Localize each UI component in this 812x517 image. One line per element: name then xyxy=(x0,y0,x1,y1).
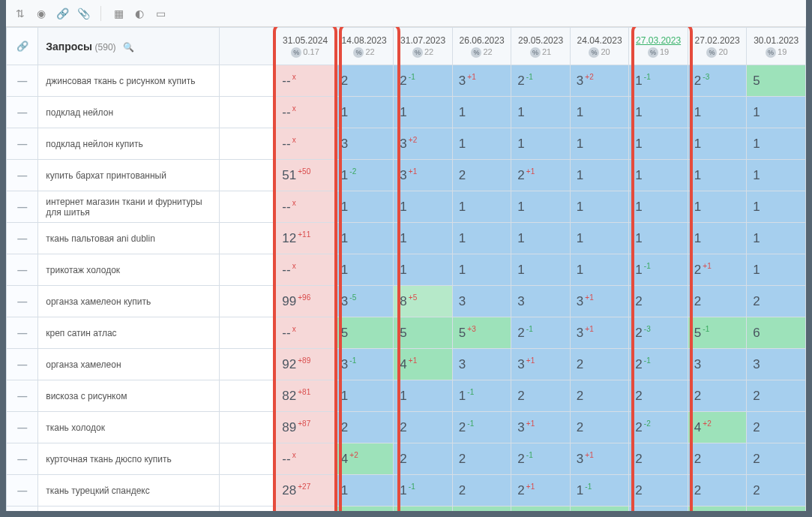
date-label: 30.01.2023 xyxy=(748,35,804,46)
rank-value: 1 xyxy=(459,231,466,246)
row-toggle[interactable]: — xyxy=(7,65,38,97)
rank-cell: 2 xyxy=(334,65,394,97)
rank-value: 5 xyxy=(694,326,701,341)
date-sub: %22 xyxy=(395,47,451,58)
rank-cell: 4 xyxy=(394,506,453,512)
date-sub: %21 xyxy=(513,47,568,58)
col-date-header[interactable]: 26.06.2023%22 xyxy=(452,28,511,65)
rank-cell: 2 xyxy=(334,412,394,443)
rank-value: 4 xyxy=(694,420,701,435)
query-cell[interactable]: вискоза с рисунком xyxy=(38,380,220,412)
rank-value: 2 xyxy=(753,483,760,498)
row-toggle[interactable]: — xyxy=(7,412,38,443)
col-date-header[interactable]: 31.05.2024%0.17 xyxy=(276,28,335,65)
rank-cell: 1 xyxy=(570,97,629,128)
col-date-header[interactable]: 14.08.2023%22 xyxy=(334,28,394,65)
rank-value: 1 xyxy=(635,263,642,278)
rank-value: 2 xyxy=(694,74,701,89)
row-toggle[interactable]: — xyxy=(7,254,38,286)
table-row: —джинсовая ткань с рисунком купить--x22-… xyxy=(7,65,806,97)
query-cell[interactable]: креп сатин атлас xyxy=(38,317,220,349)
rank-cell: 1 xyxy=(394,223,453,254)
rank-cell: --x xyxy=(276,506,335,512)
percent-icon: % xyxy=(766,47,776,58)
query-cell[interactable]: курточная ткань дюспо купить xyxy=(38,443,220,475)
row-toggle[interactable]: — xyxy=(7,128,38,160)
row-toggle[interactable]: — xyxy=(7,160,38,191)
rank-cell: 5+3 xyxy=(452,317,511,349)
rank-cell: 5 xyxy=(394,317,453,349)
rank-cell: 2-3 xyxy=(688,65,747,97)
rank-value: 2 xyxy=(694,294,701,309)
link-icon[interactable]: 🔗 xyxy=(54,5,70,22)
table-row: —ткань пальтовая ani dublin12+1111111111 xyxy=(7,223,806,254)
rank-value: 1 xyxy=(517,137,524,152)
rank-cell: 1 xyxy=(747,191,806,223)
rank-cell: 1 xyxy=(334,97,394,128)
rank-value: 89 xyxy=(282,420,296,435)
rank-delta: +89 xyxy=(298,356,310,365)
row-toggle[interactable]: — xyxy=(7,475,38,506)
grid-icon[interactable]: ▦ xyxy=(110,5,127,22)
date-sub: %20 xyxy=(690,47,745,58)
query-cell[interactable]: органза хамелеон купить xyxy=(38,286,220,317)
row-toggle[interactable]: — xyxy=(7,286,38,317)
query-cell[interactable]: ткань турецкий спандекс xyxy=(38,475,220,506)
row-toggle[interactable]: — xyxy=(7,223,38,254)
row-toggle[interactable]: — xyxy=(7,191,38,223)
rank-delta: -5 xyxy=(349,293,356,302)
rank-cell: 99+96 xyxy=(276,286,335,317)
col-queries-header[interactable]: Запросы (590) 🔍 xyxy=(38,28,220,65)
rank-value: 3 xyxy=(341,357,348,372)
query-cell[interactable]: трикотаж холодок xyxy=(38,254,220,286)
query-cell[interactable]: подклад нейлон купить xyxy=(38,128,220,160)
query-cell[interactable]: ткань холодок xyxy=(38,412,220,443)
row-toggle[interactable]: — xyxy=(7,349,38,380)
rank-cell: 1 xyxy=(688,160,747,191)
eye-icon[interactable]: ◉ xyxy=(33,5,49,22)
rank-value: 2 xyxy=(517,452,524,467)
rank-cell: 51+50 xyxy=(276,160,335,191)
query-cell[interactable]: джинсовая ткань с рисунком купить xyxy=(38,65,220,97)
query-cell[interactable]: бархат с рисунком xyxy=(38,506,220,512)
contrast-icon[interactable]: ◐ xyxy=(131,5,148,22)
rank-cell: 2+1 xyxy=(511,475,571,506)
rank-value: 1 xyxy=(577,168,583,183)
col-date-header[interactable]: 30.01.2023%19 xyxy=(747,28,806,65)
query-cell[interactable]: ткань пальтовая ani dublin xyxy=(38,223,220,254)
rank-cell: 1 xyxy=(570,160,629,191)
query-cell[interactable]: купить бархат принтованный xyxy=(38,160,220,191)
spacer-cell xyxy=(219,380,275,412)
card-icon[interactable]: ▭ xyxy=(152,5,169,22)
col-date-header[interactable]: 31.07.2023%22 xyxy=(394,28,453,65)
row-toggle[interactable]: — xyxy=(7,443,38,475)
rank-value: 1 xyxy=(753,105,760,120)
col-date-header[interactable]: 27.03.2023%19 xyxy=(629,28,688,65)
row-toggle[interactable]: — xyxy=(7,506,38,512)
col-date-header[interactable]: 27.02.2023%20 xyxy=(688,28,747,65)
percent-icon: % xyxy=(412,47,423,58)
query-cell[interactable]: органза хамелеон xyxy=(38,349,220,380)
row-toggle[interactable]: — xyxy=(7,380,38,412)
rank-cell: 2-1 xyxy=(511,443,571,475)
rank-cell: --x xyxy=(276,97,335,128)
sort-icon[interactable]: ⇅ xyxy=(12,5,28,22)
rank-value: 3 xyxy=(517,357,524,372)
row-toggle[interactable]: — xyxy=(7,317,38,349)
query-cell[interactable]: интернет магазин ткани и фурнитуры для ш… xyxy=(38,191,220,223)
rank-value: 5 xyxy=(400,326,406,341)
query-cell[interactable]: подклад нейлон xyxy=(38,97,220,128)
rank-value: 3 xyxy=(459,74,466,89)
rank-value: 1 xyxy=(577,105,583,120)
col-date-header[interactable]: 29.05.2023%21 xyxy=(511,28,571,65)
col-link-header[interactable]: 🔗 xyxy=(7,28,38,65)
rank-delta: +87 xyxy=(298,419,310,428)
rank-value: -- xyxy=(282,105,290,120)
col-date-header[interactable]: 24.04.2023%20 xyxy=(570,28,629,65)
rank-value: 12 xyxy=(282,231,296,246)
rank-value: 2 xyxy=(635,483,642,498)
search-icon[interactable]: 🔍 xyxy=(123,42,134,53)
clip-icon[interactable]: 📎 xyxy=(75,5,91,22)
rank-cell: 1 xyxy=(394,191,453,223)
row-toggle[interactable]: — xyxy=(7,97,38,128)
